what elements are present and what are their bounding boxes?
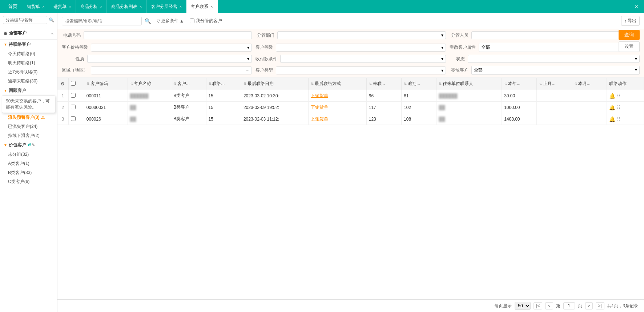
- refresh-icon[interactable]: ↺: [28, 143, 31, 147]
- cust-tier-label: 客户等级: [255, 44, 276, 50]
- settings-button[interactable]: 设置: [619, 41, 640, 52]
- window-close-button[interactable]: ×: [632, 3, 641, 10]
- close-tab-4-icon[interactable]: ×: [180, 4, 182, 9]
- chevron-up-icon: ▲: [180, 19, 184, 24]
- sidebar-item-pending-today[interactable]: 今天待联络(0): [0, 49, 57, 58]
- sidebar-search-icon[interactable]: 🔍: [49, 17, 54, 23]
- col-header-contact[interactable]: 联络...: [206, 78, 241, 90]
- area-select[interactable]: ···: [91, 66, 252, 74]
- more-conditions-button[interactable]: ▽ 更多条件 ▲: [154, 16, 187, 25]
- last-page-button[interactable]: >|: [596, 302, 604, 309]
- nav-tab-2[interactable]: 商品分析 ×: [76, 0, 107, 13]
- my-customers-checkbox-label[interactable]: 我分管的客户: [190, 18, 222, 24]
- col-header-this-month[interactable]: 本月...: [572, 78, 607, 90]
- nav-tab-1[interactable]: 进货单 ×: [49, 0, 76, 13]
- contact-action-icon-0[interactable]: 🔔: [609, 93, 615, 99]
- zero-attr-select[interactable]: 全部▾: [479, 43, 640, 52]
- row-checkbox-1[interactable]: [68, 102, 84, 113]
- nav-tab-4[interactable]: 客户分层经营 ×: [147, 0, 186, 13]
- checkbox-col-header[interactable]: [68, 78, 84, 90]
- payment-select[interactable]: ▾: [280, 55, 446, 63]
- row-contact-1: 15: [206, 102, 241, 113]
- sidebar-item-pending-7days[interactable]: 近7天待联络(0): [0, 68, 57, 77]
- nature-select[interactable]: ▾: [87, 55, 252, 63]
- sidebar-tooltip: 90天未交易的客户，可能有流失风险。: [2, 96, 55, 113]
- sidebar-item-pending-tomorrow[interactable]: 明天待联络(1): [0, 58, 57, 68]
- manager-select[interactable]: ···: [471, 31, 640, 39]
- close-tab-5-icon[interactable]: ×: [210, 4, 213, 9]
- close-tab-1-icon[interactable]: ×: [69, 4, 71, 9]
- sidebar-search-input[interactable]: [3, 16, 47, 24]
- triangle-icon-2: ▼: [4, 143, 7, 147]
- col-header-uncontacted[interactable]: 未联...: [366, 78, 401, 90]
- more-action-icon-1[interactable]: ⠿: [617, 105, 620, 110]
- sidebar-item-a-class[interactable]: A类客户(1): [0, 159, 57, 168]
- sidebar-item-c-class[interactable]: C类客户(6): [0, 177, 57, 186]
- contact-action-icon-2[interactable]: 🔔: [609, 116, 615, 122]
- dept-label: 分管部门: [255, 32, 277, 39]
- sidebar-item-ungrouped[interactable]: 未分组(32): [0, 150, 57, 159]
- col-header-type[interactable]: 客户...: [171, 78, 206, 90]
- settings-col-header[interactable]: ⚙: [57, 78, 68, 90]
- more-action-icon-2[interactable]: ⠿: [617, 116, 620, 122]
- phone-input[interactable]: [84, 31, 252, 39]
- close-tab-0-icon[interactable]: ×: [42, 4, 44, 9]
- nav-tab-3[interactable]: 商品分析列表 ×: [107, 0, 146, 13]
- status-select[interactable]: ▾: [468, 55, 640, 63]
- col-header-last-method[interactable]: 最后联络方式: [309, 78, 367, 90]
- page-size-select[interactable]: 50: [515, 302, 531, 310]
- col-header-this-year[interactable]: 本年...: [502, 78, 537, 90]
- col-header-name[interactable]: 客户名称: [128, 78, 171, 90]
- row-actions-1: 🔔 ⠿: [607, 102, 644, 113]
- cust-type-select[interactable]: ▾: [276, 66, 446, 74]
- sidebar-item-churned[interactable]: 已流失客户(24): [0, 122, 57, 131]
- select-all-checkbox[interactable]: [71, 81, 76, 86]
- warning-icon: ⚠: [41, 115, 45, 120]
- col-header-overdue[interactable]: 逾期...: [402, 78, 436, 90]
- chevron-down-dept: ▾: [441, 33, 443, 38]
- col-header-code[interactable]: 客户编码: [84, 78, 128, 90]
- export-button[interactable]: ↑ 导出: [621, 16, 640, 26]
- row-last-method-2[interactable]: 下销货单: [309, 113, 367, 125]
- next-page-button[interactable]: >: [585, 302, 593, 309]
- sidebar-group-value[interactable]: ▼ 价值客户 ↺ ✎: [0, 140, 57, 150]
- close-tab-2-icon[interactable]: ×: [100, 4, 102, 9]
- sidebar-group-review[interactable]: ▼ 回顾客户: [0, 86, 57, 96]
- row-last-method-0[interactable]: 下销货单: [309, 90, 367, 102]
- first-page-button[interactable]: |<: [534, 302, 542, 309]
- filter-search-button[interactable]: 🔍: [145, 18, 151, 24]
- col-header-last-month[interactable]: 上月...: [537, 78, 572, 90]
- row-checkbox-0[interactable]: [68, 90, 84, 102]
- filter-status: 状态 ▾: [450, 55, 640, 63]
- row-last-method-1[interactable]: 下销货单: [309, 102, 367, 113]
- zero-cust-select[interactable]: 全部▾: [471, 66, 640, 75]
- filter-price-tier: 客户价格等级 ▾: [62, 44, 252, 52]
- nav-home[interactable]: 首页: [3, 0, 23, 13]
- sidebar-item-overdue[interactable]: 逾期未联络(30): [0, 77, 57, 86]
- dept-select[interactable]: ▾: [277, 31, 446, 39]
- edit-value-icon[interactable]: ✎: [32, 143, 35, 147]
- row-checkbox-2[interactable]: [68, 113, 84, 125]
- filter-search-input[interactable]: [62, 17, 142, 25]
- sidebar-group-pending[interactable]: ▼ 待联络客户: [0, 40, 57, 49]
- price-tier-select[interactable]: ▾: [91, 44, 252, 52]
- cust-tier-select[interactable]: ▾: [276, 44, 446, 52]
- prev-page-button[interactable]: <: [545, 302, 553, 309]
- sidebar-all-customers[interactable]: ⊞ 全部客户 «: [0, 27, 57, 40]
- close-tab-3-icon[interactable]: ×: [140, 4, 142, 9]
- nav-tab-0[interactable]: 销货单 ×: [23, 0, 49, 13]
- contact-action-icon-1[interactable]: 🔔: [609, 105, 615, 110]
- nav-tab-5[interactable]: 客户联系 ×: [186, 0, 217, 13]
- filter-row-3: 性质 ▾ 收付款条件 ▾ 状态 ▾: [62, 53, 640, 64]
- row-uncontacted-0: 96: [366, 90, 401, 102]
- col-header-contact-person[interactable]: 往来单位联系人: [436, 78, 502, 90]
- my-customers-checkbox[interactable]: [190, 19, 194, 23]
- row-type-1: B类客户: [171, 102, 206, 113]
- col-header-last-date[interactable]: 最后联络日期: [241, 78, 308, 90]
- page-number-input[interactable]: [563, 302, 575, 309]
- more-action-icon-0[interactable]: ⠿: [617, 93, 620, 99]
- sidebar-item-declining[interactable]: 持续下滑客户(2): [0, 131, 57, 140]
- query-button[interactable]: 查询: [619, 30, 640, 40]
- sidebar-item-churn-warning[interactable]: 流失预警客户(3) ⚠: [0, 113, 57, 122]
- sidebar-item-b-class[interactable]: B类客户(33): [0, 168, 57, 177]
